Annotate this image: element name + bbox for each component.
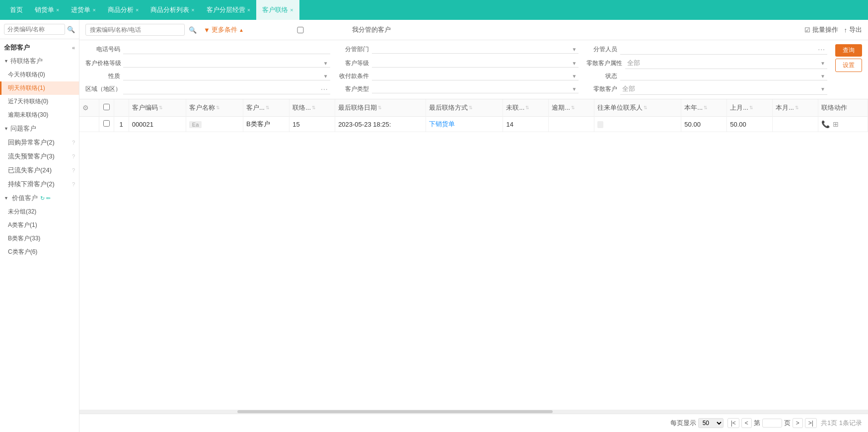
manager-select[interactable]: ···: [620, 44, 827, 55]
scatter-customer-select[interactable]: 全部 ▼: [620, 83, 827, 95]
filter-search-icon[interactable]: 🔍: [189, 26, 197, 34]
sidebar-item-lostpending[interactable]: 流失预警客户(3) ?: [0, 149, 79, 163]
last-method-link[interactable]: 下销货单: [429, 120, 455, 128]
edit-icon[interactable]: ✏: [46, 195, 51, 202]
nav-close-sales[interactable]: ×: [56, 7, 59, 13]
sidebar-item-declining[interactable]: 持续下滑客户(2) ?: [0, 177, 79, 191]
dept-select[interactable]: ▼: [372, 46, 579, 54]
scatter-attr-select[interactable]: 全部 ▼: [625, 58, 827, 69]
chevron-down-icon-8: ▼: [572, 86, 577, 92]
cell-last-date: 2023-05-23 18:25:: [335, 117, 426, 132]
nav-close-goods-analysis[interactable]: ×: [136, 7, 139, 13]
pagination-bar: 每页显示 50 100 200 |< < 第 1 页 > >| 共1页 1条记录: [79, 414, 868, 432]
sidebar-search-input[interactable]: [4, 24, 65, 35]
nav-close-customer-contact[interactable]: ×: [290, 7, 293, 13]
select-all-checkbox[interactable]: [103, 104, 110, 110]
nav-goods-analysis-list[interactable]: 商品分析列表 ×: [145, 0, 200, 20]
sort-icon-code[interactable]: ⇅: [159, 105, 163, 110]
nav-close-goods-analysis-list[interactable]: ×: [191, 7, 194, 13]
my-customers-check[interactable]: [251, 27, 350, 33]
more-conditions-btn[interactable]: ▼ 更多条件 ▲: [201, 24, 247, 35]
sort-icon-unit-contact[interactable]: ⇅: [644, 105, 648, 110]
all-customers-label: 全部客户: [4, 43, 30, 52]
refresh-icon[interactable]: ↻: [40, 195, 45, 202]
col-last-date: 最后联络日期⇅: [335, 99, 426, 117]
sidebar-search-icon[interactable]: 🔍: [67, 26, 75, 33]
next-page-btn[interactable]: >: [793, 418, 803, 428]
sort-icon-contact[interactable]: ⇅: [312, 105, 316, 110]
page-size-select[interactable]: 50 100 200: [698, 418, 723, 428]
chevron-down-icon-9: ▼: [820, 86, 825, 92]
nav-purchase[interactable]: 进货单 ×: [65, 0, 101, 20]
filter-row-2: 客户价格等级 ▼ 客户等级 ▼: [85, 58, 827, 69]
filter-region: 区域（地区） ···: [85, 84, 330, 94]
status-label: 状态: [582, 72, 617, 80]
status-select[interactable]: ▼: [620, 72, 827, 80]
export-btn[interactable]: ↑ 导出: [844, 25, 863, 34]
sort-icon-this-year[interactable]: ⇅: [704, 105, 708, 110]
top-navigation: 首页 销货单 × 进货单 × 商品分析 × 商品分析列表 × 客户分层经营 × …: [0, 0, 868, 20]
sidebar-item-today[interactable]: 今天待联络(0): [0, 68, 79, 81]
nav-close-purchase[interactable]: ×: [92, 7, 95, 13]
nav-close-customer-stratify[interactable]: ×: [247, 7, 250, 13]
filter-row-1: 电话号码 分管部门 ▼ 分管人员: [85, 44, 827, 55]
sort-icon-last-method[interactable]: ⇅: [469, 105, 473, 110]
sidebar-item-classB[interactable]: B类客户(33): [0, 232, 79, 245]
batch-action-btn[interactable]: ☑ 批量操作: [804, 25, 838, 34]
row-checkbox[interactable]: [103, 120, 110, 127]
nature-select[interactable]: ▼: [123, 72, 330, 80]
prev-page-btn[interactable]: <: [741, 418, 752, 428]
sidebar-item-classA[interactable]: A类客户(1): [0, 218, 79, 232]
sidebar-item-week7[interactable]: 近7天待联络(0): [0, 95, 79, 108]
gear-icon[interactable]: ⚙: [82, 104, 89, 112]
phone-action-icon[interactable]: 📞: [821, 120, 830, 128]
query-button[interactable]: 查询: [835, 44, 862, 57]
nav-customer-stratify[interactable]: 客户分层经营 ×: [201, 0, 256, 20]
horizontal-scrollbar[interactable]: [79, 410, 868, 414]
nav-sales[interactable]: 销货单 ×: [29, 0, 65, 20]
customer-table: ⚙ 客户编码⇅ 客户名称⇅ 客户...⇅ 联络...⇅ 最后联络日期⇅ 最后联络…: [79, 99, 868, 132]
nav-goods-analysis[interactable]: 商品分析 ×: [102, 0, 145, 20]
region-label: 区域（地区）: [85, 85, 120, 93]
sidebar-group-pending[interactable]: ▼ 待联络客户: [0, 54, 79, 68]
sidebar-item-unclassified[interactable]: 未分组(32): [0, 205, 79, 218]
cell-code: 000021: [129, 117, 186, 132]
last-page-btn[interactable]: >|: [805, 418, 817, 428]
value-customer-label: 价值客户: [12, 194, 38, 203]
problem-customer-label: 问题客户: [10, 124, 36, 133]
sidebar-item-classC[interactable]: C类客户(6): [0, 245, 79, 259]
payment-terms-select[interactable]: ▼: [372, 72, 579, 80]
sidebar-group-problem[interactable]: ▼ 问题客户: [0, 122, 79, 136]
settings-button[interactable]: 设置: [835, 59, 862, 72]
collapse-icon[interactable]: «: [72, 45, 75, 51]
sidebar-item-lost[interactable]: 已流失客户(24) ?: [0, 163, 79, 177]
nav-customer-contact[interactable]: 客户联络 ×: [256, 0, 299, 20]
customer-type-select[interactable]: ▼: [372, 85, 579, 93]
triangle-down-icon-3: ▼: [4, 196, 8, 201]
sort-icon-last-month[interactable]: ⇅: [749, 105, 753, 110]
sort-icon-uncontacted[interactable]: ⇅: [525, 105, 529, 110]
scrollbar-thumb[interactable]: [237, 410, 553, 413]
nav-home[interactable]: 首页: [4, 0, 29, 20]
sidebar-group-value[interactable]: ▼ 价值客户 ↻ ✏: [0, 191, 79, 205]
sort-icon-this-month[interactable]: ⇅: [795, 105, 799, 110]
my-customers-checkbox[interactable]: 我分管的客户: [251, 25, 391, 34]
col-code: 客户编码⇅: [129, 99, 186, 117]
sort-icon-type[interactable]: ⇅: [266, 105, 270, 110]
customer-level-select[interactable]: ▼: [372, 60, 579, 68]
batch-action-label: 批量操作: [812, 25, 838, 34]
phone-input[interactable]: [123, 45, 330, 54]
sort-icon-name[interactable]: ⇅: [216, 105, 220, 110]
sort-icon-last-date[interactable]: ⇅: [378, 105, 382, 110]
first-page-btn[interactable]: |<: [727, 418, 739, 428]
price-level-select[interactable]: ▼: [123, 60, 330, 68]
sidebar-item-tomorrow[interactable]: 明天待联络(1): [0, 81, 79, 95]
region-select[interactable]: ···: [123, 84, 330, 94]
search-input[interactable]: [85, 24, 185, 36]
sidebar-item-overdue[interactable]: 逾期未联络(30): [0, 108, 79, 122]
sidebar-item-repurchase[interactable]: 回购异常客户(2) ?: [0, 136, 79, 149]
sort-icon-overdue[interactable]: ⇅: [571, 105, 575, 110]
current-page-input[interactable]: 1: [762, 419, 782, 428]
grid-action-icon[interactable]: ⊞: [833, 120, 839, 128]
help-icon-declining: ?: [72, 181, 75, 187]
